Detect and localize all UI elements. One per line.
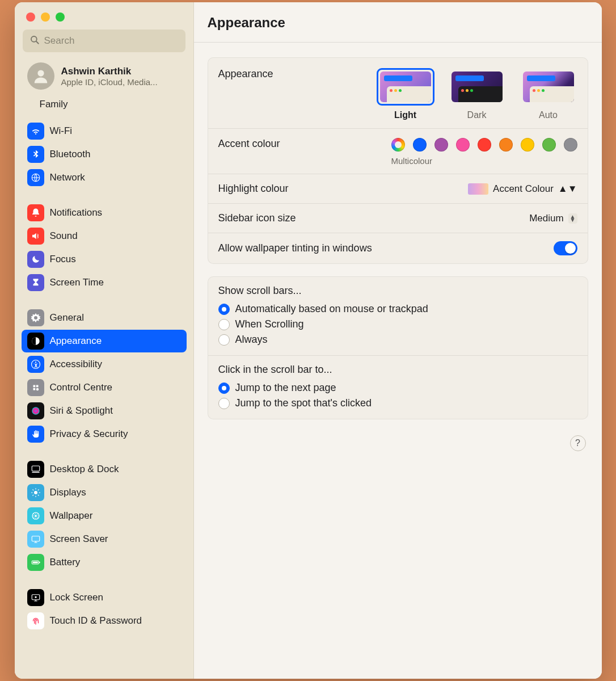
- radio-label: Always: [235, 334, 268, 346]
- appearance-option-light[interactable]: Light: [377, 68, 434, 120]
- sidebar-item-label: Notifications: [50, 207, 103, 218]
- sidebar-item-wi-fi[interactable]: Wi-Fi: [22, 120, 187, 142]
- svg-point-5: [35, 361, 36, 363]
- sidebar: Ashwin Karthik Apple ID, iCloud, Media..…: [15, 2, 194, 679]
- sidebar-item-focus[interactable]: Focus: [22, 248, 187, 271]
- sidebar-item-label: Bluetooth: [50, 149, 91, 160]
- svg-point-9: [34, 491, 37, 494]
- sidebar-item-wallpaper[interactable]: Wallpaper: [22, 505, 187, 527]
- accessibility-icon: [27, 356, 44, 373]
- bell-icon: [27, 204, 44, 221]
- sidebar-item-network[interactable]: Network: [22, 166, 187, 189]
- sidebar-size-value: Medium: [529, 213, 563, 224]
- accent-swatch-6[interactable]: [521, 138, 534, 152]
- radio-icon: [218, 382, 230, 394]
- appearance-option-label: Dark: [467, 110, 487, 120]
- scrollbars-option-2[interactable]: Always: [218, 332, 577, 347]
- sidebar-item-label: Battery: [50, 557, 81, 568]
- radio-label: Jump to the next page: [235, 382, 336, 394]
- sidebar-item-label: Privacy & Security: [50, 428, 128, 440]
- highlight-label: Highlight colour: [218, 183, 289, 195]
- search-field[interactable]: [23, 30, 185, 52]
- hourglass-icon: [27, 274, 44, 291]
- accent-swatch-7[interactable]: [542, 138, 556, 152]
- sidebar-item-label: Lock Screen: [50, 592, 104, 603]
- sidebar-item-siri-spotlight[interactable]: Siri & Spotlight: [22, 400, 187, 422]
- accent-swatch-5[interactable]: [499, 138, 513, 152]
- sidebar-item-bluetooth[interactable]: Bluetooth: [22, 143, 187, 166]
- sidebar-item-family[interactable]: Family: [15, 93, 193, 115]
- minimize-icon[interactable]: [41, 12, 50, 22]
- sidebar-item-lock-screen[interactable]: Lock Screen: [22, 586, 187, 609]
- help-button[interactable]: ?: [570, 435, 586, 451]
- scrollbars-option-1[interactable]: When Scrolling: [218, 317, 577, 332]
- chevron-updown-icon: ▲▼: [558, 183, 577, 195]
- sidebar-item-general[interactable]: General: [22, 306, 187, 329]
- highlight-select[interactable]: Accent Colour ▲▼: [468, 183, 577, 195]
- highlight-swatch-icon: [468, 183, 488, 195]
- sidebar-item-appearance[interactable]: Appearance: [22, 330, 187, 352]
- sidebar-item-label: Wallpaper: [50, 510, 93, 522]
- radio-label: Automatically based on mouse or trackpad: [235, 303, 428, 315]
- appearance-option-auto[interactable]: Auto: [520, 68, 577, 120]
- scroll-card: Show scroll bars... Automatically based …: [208, 276, 588, 419]
- scrollclick-option-1[interactable]: Jump to the spot that's clicked: [218, 396, 577, 411]
- search-input[interactable]: [44, 35, 179, 47]
- sidebar-item-screen-saver[interactable]: Screen Saver: [22, 528, 187, 550]
- tinting-label: Allow wallpaper tinting in windows: [218, 242, 372, 254]
- hand-icon: [27, 426, 44, 443]
- tinting-toggle[interactable]: [554, 241, 577, 255]
- close-icon[interactable]: [26, 12, 35, 22]
- svg-point-1: [37, 70, 44, 76]
- displays-icon: [27, 484, 44, 501]
- fullscreen-icon[interactable]: [56, 12, 65, 22]
- accent-swatch-1[interactable]: [413, 138, 427, 152]
- highlight-value: Accent Colour: [493, 183, 554, 195]
- appearance-option-dark[interactable]: Dark: [448, 68, 506, 120]
- sidebar-item-screen-time[interactable]: Screen Time: [22, 271, 187, 294]
- svg-rect-14: [39, 562, 40, 564]
- chevron-updown-icon: ▲▼: [568, 213, 577, 224]
- svg-point-11: [35, 515, 37, 517]
- scrollclick-option-0[interactable]: Jump to the next page: [218, 380, 577, 396]
- scrollbars-option-0[interactable]: Automatically based on mouse or trackpad: [218, 301, 577, 317]
- desktop-icon: [27, 461, 44, 478]
- accent-swatch-3[interactable]: [456, 138, 470, 152]
- sidebar-item-accessibility[interactable]: Accessibility: [22, 353, 187, 376]
- accent-swatch-2[interactable]: [434, 138, 448, 152]
- search-icon: [29, 35, 40, 48]
- lock-icon: [27, 589, 44, 606]
- sidebar-item-notifications[interactable]: Notifications: [22, 201, 187, 224]
- sidebar-item-label: Control Centre: [50, 382, 113, 393]
- sidebar-item-battery[interactable]: Battery: [22, 551, 187, 574]
- sidebar-size-label: Sidebar icon size: [218, 212, 296, 224]
- sidebar-item-sound[interactable]: Sound: [22, 225, 187, 247]
- sidebar-item-label: Desktop & Dock: [50, 464, 119, 475]
- appearance-thumb-light: [377, 68, 434, 106]
- appearance-card: Appearance LightDarkAuto Accent colour M…: [208, 57, 588, 264]
- network-icon: [27, 169, 44, 186]
- sidebar-item-control-centre[interactable]: Control Centre: [22, 376, 187, 399]
- settings-window: Ashwin Karthik Apple ID, iCloud, Media..…: [15, 2, 602, 679]
- accent-swatch-4[interactable]: [478, 138, 491, 152]
- accent-swatch-0[interactable]: [391, 138, 405, 152]
- sidebar-item-privacy-security[interactable]: Privacy & Security: [22, 423, 187, 445]
- content-area: Appearance Appearance LightDarkAuto Acce…: [194, 2, 602, 679]
- sidebar-item-touch-id-password[interactable]: Touch ID & Password: [22, 609, 187, 632]
- svg-rect-12: [32, 536, 40, 541]
- accent-swatch-8[interactable]: [564, 138, 577, 152]
- sidebar-item-label: Touch ID & Password: [50, 615, 142, 627]
- sidebar-item-displays[interactable]: Displays: [22, 481, 187, 504]
- profile-name: Ashwin Karthik: [61, 66, 158, 77]
- appearance-label: Appearance: [218, 68, 273, 80]
- svg-rect-15: [32, 562, 37, 564]
- sidebar-item-desktop-dock[interactable]: Desktop & Dock: [22, 458, 187, 481]
- gear-icon: [27, 309, 44, 326]
- bluetooth-icon: [27, 146, 44, 163]
- profile-row[interactable]: Ashwin Karthik Apple ID, iCloud, Media..…: [15, 58, 193, 93]
- sidebar-item-label: Wi-Fi: [50, 125, 73, 137]
- radio-icon: [218, 334, 230, 346]
- sidebar-size-select[interactable]: Medium ▲▼: [529, 213, 577, 224]
- appearance-thumb-auto: [520, 68, 577, 106]
- accent-selected-label: Multicolour: [391, 156, 433, 166]
